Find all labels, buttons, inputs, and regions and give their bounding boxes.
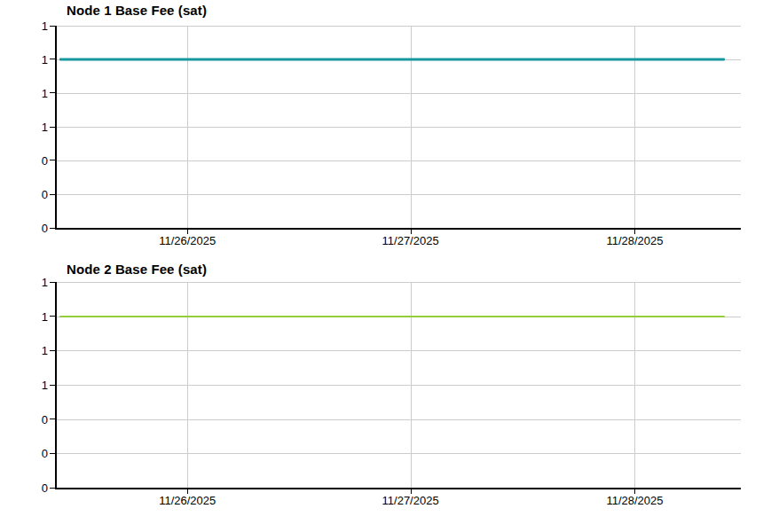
vertical-gridline [187,26,188,228]
y-tick-label: 1 [25,310,48,322]
y-tick-label: 1 [25,277,48,288]
y-tick-label: 1 [25,345,48,356]
y-axis-tick [50,194,55,195]
chart-title: Node 2 Base Fee (sat) [67,262,207,277]
y-axis-tick [50,316,55,317]
node-2-base-fee-chart: Node 2 Base Fee (sat) 111100011/26/20251… [0,259,763,532]
y-axis-tick [50,92,55,93]
y-tick-label: 0 [25,448,48,459]
vertical-gridline [634,26,635,228]
y-tick-label: 0 [25,223,48,234]
y-tick-label: 1 [25,20,48,32]
x-tick-label: 11/27/2025 [382,234,439,247]
x-tick-label: 11/26/2025 [159,494,216,507]
y-tick-label: 1 [25,87,48,98]
horizontal-gridline [57,419,741,420]
vertical-gridline [187,282,188,488]
horizontal-gridline [57,127,741,128]
vertical-gridline [411,26,412,228]
y-tick-label: 0 [25,189,48,200]
horizontal-gridline [57,26,741,27]
y-axis-tick [50,488,55,489]
y-axis-tick [50,350,55,351]
horizontal-gridline [57,194,741,195]
node-1-base-fee-chart: Node 1 Base Fee (sat) 111100011/26/20251… [0,0,763,259]
dashboard-page: Node 1 Base Fee (sat) 111100011/26/20251… [0,0,763,532]
chart-title: Node 1 Base Fee (sat) [67,3,207,18]
horizontal-gridline [57,385,741,386]
y-axis-tick [50,26,55,27]
x-tick-label: 11/28/2025 [606,234,663,247]
y-axis-tick [50,59,55,59]
y-tick-label: 0 [25,482,48,494]
series-line [59,58,725,60]
horizontal-gridline [57,160,741,161]
y-tick-label: 1 [25,53,48,65]
y-axis-tick [50,228,55,229]
vertical-gridline [411,282,412,488]
x-tick-label: 11/28/2025 [606,494,663,507]
y-tick-label: 0 [25,413,48,425]
horizontal-gridline [57,282,741,283]
x-tick-label: 11/27/2025 [382,494,439,507]
y-axis-tick [50,127,55,128]
plot-area: 111100011/26/202511/27/202511/28/2025 [55,282,741,489]
y-tick-label: 1 [25,121,48,133]
horizontal-gridline [57,93,741,94]
series-line [59,316,725,317]
y-axis-tick [50,419,55,419]
y-tick-label: 0 [25,154,48,166]
y-axis-tick [50,385,55,386]
y-axis-tick [50,160,55,160]
plot-area: 111100011/26/202511/27/202511/28/2025 [55,26,741,230]
horizontal-gridline [57,453,741,454]
horizontal-gridline [57,350,741,351]
x-tick-label: 11/26/2025 [159,234,216,247]
y-axis-tick [50,282,55,283]
vertical-gridline [634,282,635,488]
y-tick-label: 1 [25,379,48,391]
y-axis-tick [50,453,55,454]
